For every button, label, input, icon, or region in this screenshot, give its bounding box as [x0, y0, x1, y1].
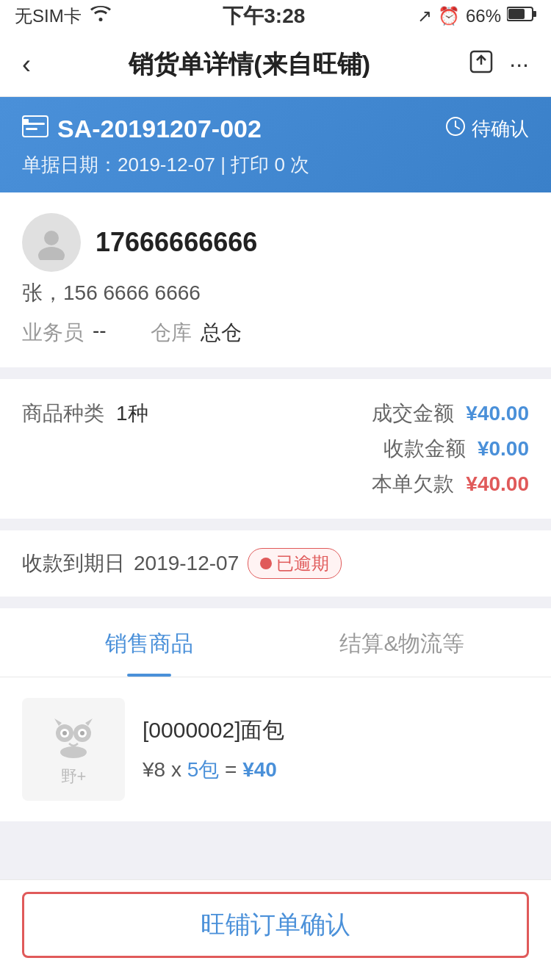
status-bar: 无SIM卡 下午3:28 ↗ ⏰ 66%	[0, 0, 551, 32]
amount-value: ¥40.00	[466, 402, 529, 425]
warehouse-value: 总仓	[201, 319, 242, 347]
alarm-icon: ⏰	[438, 6, 460, 26]
amount-row: 成交金额 ¥40.00	[372, 400, 529, 428]
location-icon: ↗	[417, 6, 432, 26]
product-thumbnail: 野+	[22, 698, 125, 801]
product-section: 野+ [0000002]面包 ¥8 x 5包 = ¥40	[0, 677, 551, 821]
svg-line-11	[455, 126, 459, 129]
tab-sales-product[interactable]: 销售商品	[22, 608, 276, 677]
svg-rect-8	[23, 119, 29, 125]
product-item: 野+ [0000002]面包 ¥8 x 5包 = ¥40	[22, 698, 529, 801]
order-icon	[22, 115, 48, 143]
carrier-text: 无SIM卡	[15, 4, 82, 28]
sales-detail: 业务员 --	[22, 319, 107, 347]
customer-row: 17666666666	[22, 213, 529, 272]
due-label: 收款到期日	[22, 550, 125, 577]
page-title: 销货单详情(来自旺铺)	[129, 48, 370, 82]
product-price-row: ¥8 x 5包 = ¥40	[143, 756, 529, 784]
order-meta: 单据日期：2019-12-07 | 打印 0 次	[22, 152, 529, 178]
battery-text: 66%	[466, 6, 501, 26]
order-date: 单据日期：2019-12-07	[22, 154, 215, 176]
product-image: 野+	[44, 711, 103, 788]
svg-rect-7	[26, 128, 37, 130]
amount-label: 成交金额	[372, 400, 454, 428]
summary-section: 商品种类 1种 成交金额 ¥40.00 收款金额 ¥0.00 本单欠款 ¥40.…	[0, 379, 551, 519]
received-row: 收款金额 ¥0.00	[383, 435, 529, 463]
clock-icon	[445, 116, 466, 142]
status-text: 待确认	[472, 116, 529, 142]
overdue-text: 已逾期	[276, 552, 329, 575]
more-button[interactable]: ···	[509, 51, 529, 78]
due-date: 2019-12-07	[134, 552, 239, 575]
customer-section: 17666666666 张，156 6666 6666 业务员 -- 仓库 总仓	[0, 192, 551, 367]
order-status: 待确认	[445, 116, 529, 142]
product-name: [0000002]面包	[143, 716, 529, 746]
svg-point-13	[38, 247, 65, 260]
bottom-bar: 旺铺订单确认	[0, 879, 551, 980]
sales-value: --	[93, 319, 107, 347]
product-type-label: 商品种类	[22, 400, 104, 428]
confirm-order-button[interactable]: 旺铺订单确认	[22, 892, 529, 958]
warehouse-detail: 仓库 总仓	[151, 319, 242, 347]
customer-phone: 17666666666	[96, 227, 257, 258]
status-bar-time: 下午3:28	[223, 2, 305, 30]
wifi-icon	[90, 6, 111, 26]
received-value: ¥0.00	[478, 437, 529, 461]
back-button[interactable]: ‹	[22, 49, 31, 80]
product-info: [0000002]面包 ¥8 x 5包 = ¥40	[143, 716, 529, 784]
product-unit-price: ¥8	[143, 758, 165, 781]
customer-details: 业务员 -- 仓库 总仓	[22, 319, 529, 347]
sales-label: 业务员	[22, 319, 84, 347]
overdue-badge: 已逾期	[248, 548, 342, 579]
nav-bar: ‹ 销货单详情(来自旺铺) ···	[0, 32, 551, 97]
tab-settlement[interactable]: 结算&物流等	[276, 608, 529, 677]
order-header: SA-20191207-002 待确认 单据日期：2019-12-07 | 打印…	[0, 97, 551, 192]
order-id: SA-20191207-002	[57, 115, 262, 143]
status-bar-left: 无SIM卡	[15, 4, 111, 28]
owe-value: ¥40.00	[466, 472, 529, 496]
overdue-dot-icon	[260, 558, 272, 569]
product-type-value: 1种	[116, 400, 148, 428]
svg-rect-1	[533, 11, 536, 17]
tabs-section: 销售商品 结算&物流等	[0, 608, 551, 821]
summary-left: 商品种类 1种	[22, 400, 148, 428]
summary-right: 成交金额 ¥40.00 收款金额 ¥0.00 本单欠款 ¥40.00	[372, 400, 529, 498]
svg-point-18	[62, 731, 67, 735]
warehouse-label: 仓库	[151, 319, 192, 347]
svg-point-12	[44, 231, 59, 245]
avatar	[22, 213, 81, 272]
battery-icon	[507, 6, 536, 26]
due-date-section: 收款到期日 2019-12-07 已逾期	[0, 530, 551, 597]
share-button[interactable]	[468, 48, 494, 81]
status-bar-right: ↗ ⏰ 66%	[417, 6, 536, 26]
tabs-bar: 销售商品 结算&物流等	[0, 608, 551, 677]
owe-row: 本单欠款 ¥40.00	[372, 470, 529, 498]
svg-point-20	[60, 746, 87, 758]
product-logo-text: 野+	[61, 765, 87, 788]
received-label: 收款金额	[383, 435, 466, 463]
product-quantity: 5包	[187, 758, 220, 781]
customer-name: 张，156 6666 6666	[22, 279, 529, 307]
product-type-item: 商品种类 1种	[22, 400, 148, 428]
svg-point-19	[80, 731, 84, 735]
print-count: 打印 0 次	[231, 154, 309, 176]
owe-label: 本单欠款	[372, 470, 454, 498]
svg-rect-2	[508, 9, 525, 19]
product-total: ¥40	[242, 758, 277, 781]
nav-actions: ···	[468, 48, 529, 81]
